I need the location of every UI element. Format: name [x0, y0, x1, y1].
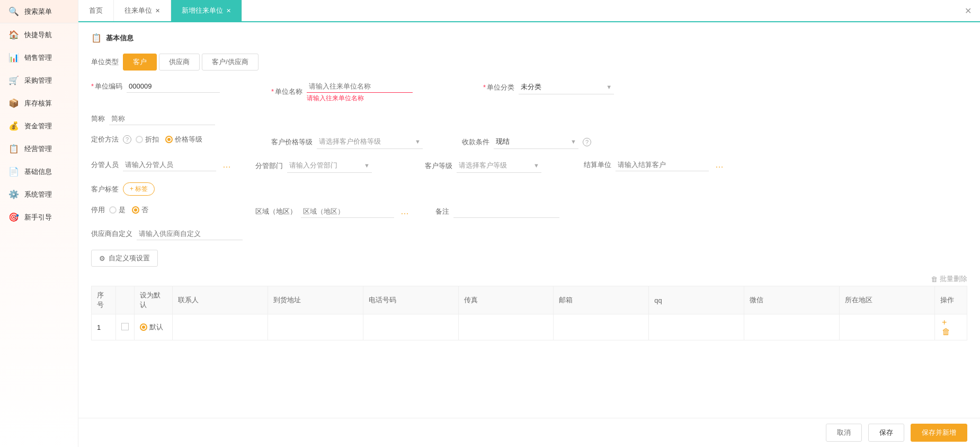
manager-input[interactable]	[123, 159, 216, 171]
save-button[interactable]: 保存	[868, 424, 904, 442]
department-select[interactable]: 请输入分管部门 ▼	[287, 159, 372, 173]
row-wechat-input[interactable]	[750, 323, 834, 331]
sidebar-item-guide[interactable]: 🎯 新手引导	[0, 206, 78, 229]
sidebar-item-label: 搜索菜单	[24, 7, 52, 16]
section-title-text: 基本信息	[106, 33, 133, 43]
custom-settings-button[interactable]: ⚙ 自定义项设置	[91, 250, 158, 267]
row-address-input[interactable]	[273, 323, 358, 331]
remarks-input[interactable]	[453, 205, 559, 218]
region-more-btn[interactable]: …	[398, 207, 411, 216]
department-field: 分管部门 请输入分管部门 ▼	[255, 159, 414, 173]
row-address[interactable]	[268, 314, 363, 340]
close-all-tabs[interactable]: ✕	[956, 0, 980, 21]
short-name-input[interactable]	[109, 112, 215, 125]
row-region[interactable]	[840, 314, 935, 340]
main-content: 首页 往来单位 ✕ 新增往来单位 ✕ ✕ 📋 基本信息 单位类型 客户 供应商	[78, 0, 980, 447]
settlement-unit-more-btn[interactable]: …	[713, 160, 726, 170]
add-tag-button[interactable]: + 标签	[123, 182, 155, 196]
row-fax[interactable]	[458, 314, 554, 340]
manager-row: 分管人员 … 分管部门 请输入分管部门 ▼ 客户等级 请选择客户等级 ▼ 结算单…	[91, 159, 967, 173]
radio-yes-circle	[109, 206, 117, 214]
cancel-button[interactable]: 取消	[826, 424, 862, 442]
customer-price-level-select[interactable]: 请选择客户价格等级 ▼	[317, 135, 423, 149]
customer-level-placeholder: 请选择客户等级	[459, 161, 531, 170]
remarks-field: 备注	[435, 205, 594, 218]
region-input[interactable]	[301, 205, 394, 218]
supplier-custom-input[interactable]	[137, 227, 243, 240]
row-email[interactable]	[554, 314, 649, 340]
radio-no[interactable]: 否	[132, 205, 148, 215]
sidebar-item-basic-info[interactable]: 📄 基础信息	[0, 160, 78, 183]
btn-supplier[interactable]: 供应商	[159, 54, 200, 71]
unit-name-label: *单位名称	[271, 87, 302, 97]
pricing-method-label: 定价方法	[91, 135, 119, 144]
manager-more-btn[interactable]: …	[220, 160, 233, 170]
unit-category-select[interactable]: 未分类 ▼	[519, 80, 614, 94]
short-name-row: 简称	[91, 112, 967, 125]
row-qq-input[interactable]	[654, 323, 738, 331]
row-phone-input[interactable]	[369, 323, 453, 331]
row-add-btn[interactable]: +	[940, 318, 948, 327]
sidebar-item-search[interactable]: 🔍 搜索菜单	[0, 0, 78, 23]
supplier-custom-field: 供应商自定义	[91, 227, 261, 240]
sidebar-item-sales[interactable]: 📊 销售管理	[0, 46, 78, 69]
col-contact: 联系人	[172, 286, 268, 314]
batch-delete-label: 批量删除	[940, 274, 967, 284]
radio-no-circle	[132, 206, 139, 214]
row-default-label: 默认	[149, 322, 163, 332]
row-phone[interactable]	[363, 314, 458, 340]
sidebar: 🔍 搜索菜单 🏠 快捷导航 📊 销售管理 🛒 采购管理 📦 库存核算 💰 资金管…	[0, 0, 78, 447]
sidebar-item-system[interactable]: ⚙️ 系统管理	[0, 183, 78, 206]
table-row: 1 默认	[92, 314, 967, 340]
settlement-unit-field: 结算单位 …	[584, 159, 726, 171]
basic-info-icon: 📄	[8, 166, 19, 177]
region-field: 区域（地区） …	[255, 205, 414, 218]
radio-price-level[interactable]: 价格等级	[165, 135, 202, 144]
customer-tag-label: 客户标签	[91, 185, 119, 194]
row-qq[interactable]	[649, 314, 744, 340]
pricing-method-field: 定价方法 ? 折扣 价格等级	[91, 135, 261, 144]
save-new-button[interactable]: 保存并新增	[911, 424, 967, 442]
sidebar-item-quick-nav[interactable]: 🏠 快捷导航	[0, 23, 78, 46]
unit-name-input[interactable]	[307, 80, 413, 93]
row-delete-btn[interactable]: 🗑	[940, 327, 952, 336]
pricing-help-icon[interactable]: ?	[123, 135, 131, 144]
row-contact-input[interactable]	[178, 323, 262, 331]
tab-new-partner[interactable]: 新增往来单位 ✕	[171, 0, 242, 21]
tab-home[interactable]: 首页	[78, 0, 114, 21]
sidebar-item-label: 资金管理	[24, 121, 52, 131]
manager-label: 分管人员	[91, 160, 119, 170]
sidebar-item-operations[interactable]: 📋 经营管理	[0, 137, 78, 160]
sidebar-item-finance[interactable]: 💰 资金管理	[0, 115, 78, 137]
row-default-radio[interactable]: 默认	[140, 322, 167, 332]
row-checkbox[interactable]	[121, 323, 129, 330]
payment-terms-help-icon[interactable]: ?	[583, 138, 591, 146]
tab-partners-close[interactable]: ✕	[155, 7, 160, 14]
sidebar-item-inventory[interactable]: 📦 库存核算	[0, 92, 78, 115]
settlement-unit-label: 结算单位	[584, 160, 611, 170]
unit-code-input[interactable]	[127, 80, 220, 93]
btn-customer[interactable]: 客户	[123, 54, 157, 71]
radio-yes[interactable]: 是	[109, 205, 126, 215]
row-fax-input[interactable]	[464, 323, 548, 331]
section-title: 📋 基本信息	[91, 33, 967, 43]
inventory-icon: 📦	[8, 98, 19, 108]
payment-terms-select[interactable]: 现结 ▼	[494, 135, 578, 149]
disabled-field: 停用 是 否	[91, 205, 239, 215]
settlement-unit-input[interactable]	[616, 159, 709, 171]
tab-partners[interactable]: 往来单位 ✕	[114, 0, 171, 21]
unit-category-field: *单位分类 未分类 ▼	[483, 80, 653, 94]
sidebar-item-purchase[interactable]: 🛒 采购管理	[0, 69, 78, 92]
btn-both[interactable]: 客户/供应商	[202, 54, 259, 71]
unit-code-field: *单位编码	[91, 80, 250, 93]
row-contact[interactable]	[172, 314, 268, 340]
batch-delete-button[interactable]: 🗑 批量删除	[931, 274, 967, 284]
row-wechat[interactable]	[744, 314, 840, 340]
batch-delete-icon: 🗑	[931, 275, 938, 283]
sidebar-item-label: 采购管理	[24, 76, 52, 85]
row-region-input[interactable]	[845, 323, 929, 331]
row-email-input[interactable]	[559, 323, 643, 331]
tab-new-partner-close[interactable]: ✕	[226, 7, 231, 14]
radio-discount[interactable]: 折扣	[136, 135, 159, 144]
customer-level-select[interactable]: 请选择客户等级 ▼	[457, 159, 541, 173]
